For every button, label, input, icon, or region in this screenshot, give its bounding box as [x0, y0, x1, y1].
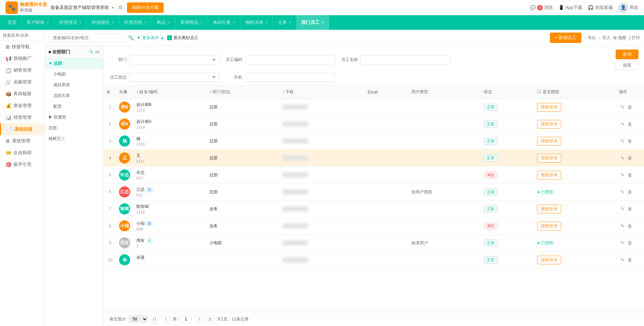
add-employee-button[interactable]: + 新增员工 — [550, 33, 581, 43]
print-button[interactable]: | 打印 — [629, 35, 640, 41]
tab-close[interactable]: × — [289, 20, 291, 25]
export-button[interactable]: ↑ 导出 — [584, 35, 596, 41]
tab-close[interactable]: × — [321, 20, 324, 25]
delete-button[interactable]: 🗑 — [626, 155, 634, 161]
edit-button[interactable]: ✎ — [619, 222, 626, 229]
search-input[interactable] — [49, 33, 125, 42]
tab-employee[interactable]: 部门员工 × — [297, 15, 329, 30]
tab-warehouse[interactable]: 仓库 × — [273, 15, 297, 30]
delete-button[interactable]: 🗑 — [626, 205, 634, 212]
tab-close[interactable]: × — [265, 20, 268, 25]
tab-barcode[interactable]: 条码方案 × — [208, 15, 241, 30]
delete-button[interactable]: 🗑 — [626, 104, 634, 111]
dept-item-zhishu[interactable]: 植树王二 — [45, 133, 103, 144]
message-button[interactable]: 💬 5 消息 — [530, 5, 553, 11]
edit-button[interactable]: ✎ — [619, 256, 626, 263]
edit-button[interactable]: ✎ — [619, 155, 626, 161]
first-page-button[interactable]: ⟨⟨ — [151, 315, 159, 323]
sidebar-item-guide[interactable]: 🎯新手引导 — [0, 159, 45, 170]
edit-button[interactable]: ✎ — [619, 205, 626, 212]
edit-button[interactable]: ✎ — [619, 171, 626, 178]
tab-close[interactable]: × — [200, 20, 203, 25]
delete-button[interactable]: 🗑 — [626, 121, 634, 127]
sidebar-item-operation-mgmt[interactable]: 📊经营管理 — [0, 112, 45, 123]
delete-button[interactable]: 🗑 — [626, 222, 634, 229]
delete-button[interactable]: 🗑 — [626, 256, 634, 263]
query-button[interactable]: 查询 — [616, 50, 638, 59]
sidebar-item-collab[interactable]: 🤝企业协同 — [0, 147, 45, 159]
col-dept[interactable]: ↕ 部门/职位 — [207, 86, 280, 99]
dept-item-all[interactable]: ▼ 总部 — [45, 58, 103, 69]
dept-item-shenyang[interactable]: 沈阳大库 — [45, 90, 103, 101]
tab-home[interactable]: 首页 — [3, 15, 22, 30]
tab-customer[interactable]: 客户联络 × — [22, 15, 54, 30]
auth-button[interactable]: 授权登录 — [537, 222, 561, 230]
dept-filter-select[interactable] — [129, 55, 219, 64]
sidebar-item-marketing[interactable]: 📢营销推广 — [0, 53, 45, 64]
tab-history[interactable]: 经营历程 × — [119, 15, 152, 30]
dept-item-distribution[interactable]: 配货 — [45, 101, 103, 112]
tab-close[interactable]: × — [112, 20, 114, 25]
prev-page-button[interactable]: ⟨ — [162, 315, 170, 323]
sidebar-item-inventory[interactable]: 📦库存核算 — [0, 88, 45, 100]
edit-button[interactable]: ✎ — [619, 138, 626, 144]
edit-button[interactable]: ✎ — [619, 188, 626, 195]
dept-panel-collapse-icon[interactable]: ≪ — [95, 49, 100, 55]
user-area[interactable]: 👤 用友 — [618, 3, 638, 12]
dept-item-xiaodian[interactable]: 小电部 — [45, 69, 103, 80]
sidebar-item-purchase[interactable]: 🛒采购管理 — [0, 76, 45, 88]
delete-button[interactable]: 🗑 — [626, 239, 634, 246]
delete-button[interactable]: 🗑 — [626, 188, 634, 195]
auth-button[interactable]: 授权登录 — [537, 137, 561, 146]
phone-input[interactable] — [245, 73, 335, 82]
edit-button[interactable]: ✎ — [619, 239, 626, 246]
tab-close[interactable]: × — [144, 20, 147, 25]
tab-close[interactable]: × — [47, 20, 49, 25]
app-download-button[interactable]: 📱 App下载 — [559, 5, 582, 11]
sidebar-item-basic-info[interactable]: 📄基础信息 — [0, 123, 45, 135]
auth-button[interactable]: 授权登录 — [537, 256, 561, 264]
import-button[interactable]: ↓ 导入 — [599, 35, 610, 41]
tab-profit[interactable]: 利润报告 × — [87, 15, 119, 30]
auth-button[interactable]: 授权登录 — [537, 171, 561, 179]
auth-button[interactable]: 授权登录 — [537, 120, 561, 129]
delete-button[interactable]: 🗑 — [626, 138, 634, 144]
tab-close[interactable]: × — [233, 20, 235, 25]
tab-close[interactable]: × — [79, 20, 82, 25]
view-button[interactable]: ⊞ 视图 — [613, 35, 626, 41]
dept-item-zongbu[interactable]: 总部 — [45, 123, 103, 133]
dept-item-shuanglu[interactable]: ▶ 双鹿想 — [45, 112, 103, 123]
sidebar-item-quick-nav[interactable]: ⊞快捷导航 — [0, 41, 45, 53]
col-name[interactable]: ↕ 姓名/编码 — [134, 86, 207, 99]
dept-item-project[interactable]: 项目库房 — [45, 80, 103, 90]
online-service-button[interactable]: 🎧 在线客服 — [588, 5, 613, 11]
settings-icon[interactable]: ⚙ — [118, 4, 123, 11]
col-phone[interactable]: ↕ 手机 — [280, 86, 365, 99]
auth-button[interactable]: 授权登录 — [537, 103, 561, 112]
edit-button[interactable]: ✎ — [619, 104, 626, 111]
system-dropdown-icon[interactable]: ▾ — [112, 5, 114, 10]
sidebar-item-sales[interactable]: 📋销售管理 — [0, 64, 45, 76]
sidebar-search-input[interactable] — [3, 33, 45, 38]
emp-name-input[interactable] — [361, 55, 451, 64]
page-number-input[interactable] — [180, 316, 192, 323]
more-filter-button[interactable]: ▼ 更多条件 ▲ — [137, 35, 164, 41]
sidebar-item-system[interactable]: ⚙系统管理 — [0, 135, 45, 147]
emp-status-select[interactable] — [129, 73, 219, 82]
set-button[interactable]: 设置 — [616, 61, 638, 70]
trial-button[interactable]: 体验行业方案 — [127, 2, 164, 13]
search-button[interactable]: 🔍 — [128, 35, 134, 41]
tab-close[interactable]: × — [168, 20, 170, 25]
show-inactive-toggle[interactable]: ✓ 显示离职员工 — [167, 35, 198, 41]
delete-button[interactable]: 🗑 — [626, 171, 634, 178]
sidebar-item-finance[interactable]: 💰资金管理 — [0, 100, 45, 112]
emp-code-input[interactable] — [245, 55, 335, 64]
page-size-select[interactable]: 50 20 100 — [129, 315, 148, 323]
next-page-button[interactable]: ⟩ — [195, 315, 203, 323]
show-inactive-checkbox[interactable]: ✓ — [167, 35, 172, 40]
tab-goods[interactable]: 商品 × — [152, 15, 175, 30]
last-page-button[interactable]: ⟩⟩ — [206, 315, 214, 323]
dept-panel-edit-icon[interactable]: ✎ — [89, 49, 93, 55]
tab-bom[interactable]: 物料清单 × — [241, 15, 273, 30]
tab-operation[interactable]: 经营情况 × — [54, 15, 87, 30]
